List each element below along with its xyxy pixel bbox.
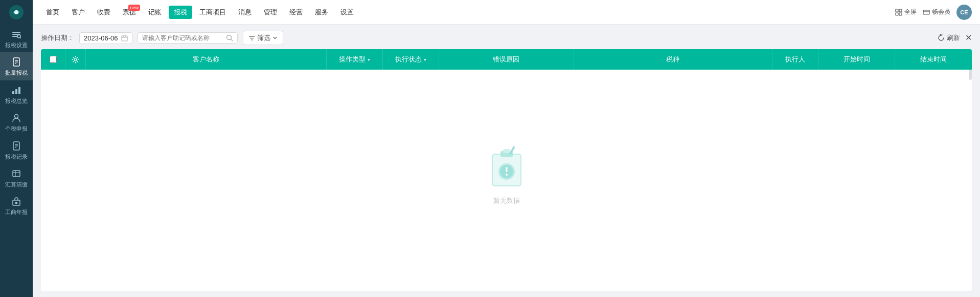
nav-settings[interactable]: 设置 (335, 6, 359, 19)
svg-rect-42 (503, 149, 510, 153)
gongshangnianbaobiao-icon (11, 196, 22, 207)
topnav-right: 全屏 畅会员 CE (895, 5, 972, 20)
member-btn[interactable]: 畅会员 (923, 8, 950, 16)
nav-manage[interactable]: 管理 (259, 6, 282, 19)
refresh-icon (938, 34, 945, 41)
svg-rect-27 (899, 13, 902, 15)
date-label: 操作日期： (41, 33, 74, 43)
refresh-label: 刷新 (947, 33, 960, 43)
svg-rect-24 (896, 9, 898, 12)
avatar-text: CE (960, 9, 968, 15)
piliangbaoshui-icon (11, 56, 22, 68)
svg-point-1 (14, 10, 18, 14)
th-tax: 税种 (574, 49, 772, 70)
settings-icon (72, 56, 79, 63)
avatar[interactable]: CE (956, 5, 972, 20)
sidebar-item-baoshuijilu[interactable]: 报税记录 (0, 136, 33, 164)
sidebar: 报税设置 批量报税 报税总览 个税申报 报税记录 汇算清缴 工商 (0, 0, 33, 297)
baoshuishezhi-icon (11, 29, 22, 40)
th-start: 开始时间 (818, 49, 895, 70)
ticket-badge: new (128, 5, 140, 11)
sidebar-item-gongshangnianbaobiao-label: 工商年报 (5, 208, 28, 216)
svg-point-14 (15, 115, 18, 118)
huisuanqingjiao-icon (11, 168, 22, 179)
nav-customer[interactable]: 客户 (66, 6, 90, 19)
svg-rect-12 (15, 89, 17, 94)
svg-rect-26 (896, 13, 898, 15)
table-header: 客户名称 操作类型 ▾ 执行状态 ▾ 错误原因 税种 执行人 (41, 49, 972, 70)
empty-state: 暂无数据 (486, 145, 527, 205)
th-optype[interactable]: 操作类型 ▾ (327, 49, 383, 70)
date-value: 2023-06-06 (84, 34, 118, 42)
fullscreen-btn[interactable]: 全屏 (895, 8, 917, 16)
th-executor: 执行人 (772, 49, 818, 70)
member-label: 畅会员 (932, 8, 950, 16)
status-sort-icon: ▾ (424, 57, 426, 62)
sidebar-item-huisuanqingjiao-label: 汇算清缴 (5, 181, 28, 188)
nav-tax[interactable]: 报税 (169, 6, 192, 19)
sidebar-item-piliangbaoshui[interactable]: 批量报税 (0, 52, 33, 80)
sidebar-item-geshuishenbao[interactable]: 个税申报 (0, 108, 33, 136)
svg-point-39 (74, 58, 77, 61)
date-input[interactable]: 2023-06-06 (79, 32, 132, 44)
svg-point-46 (506, 174, 508, 176)
nav-service[interactable]: 服务 (310, 6, 333, 19)
search-input[interactable] (142, 34, 224, 41)
svg-rect-11 (12, 91, 14, 94)
sidebar-item-baoshuizonglan[interactable]: 报税总览 (0, 80, 33, 108)
sidebar-item-gongshangnianbaobiao[interactable]: 工商年报 (0, 192, 33, 219)
sidebar-item-baoshuishezhi[interactable]: 报税设置 (0, 25, 33, 52)
close-button[interactable]: ✕ (965, 34, 972, 42)
nav-homepage[interactable]: 首页 (41, 6, 64, 19)
svg-rect-25 (899, 9, 902, 12)
nav-ticket[interactable]: 票据 new (118, 6, 141, 19)
search-box[interactable] (138, 32, 238, 44)
filter-icon (248, 35, 255, 41)
svg-rect-4 (12, 36, 17, 37)
nav-message[interactable]: 消息 (233, 6, 257, 19)
th-settings[interactable] (65, 49, 86, 70)
geshuishenbao-icon (11, 112, 22, 123)
nav-operation[interactable]: 经营 (284, 6, 308, 19)
toolbar-right: 刷新 ✕ (938, 33, 972, 43)
svg-rect-19 (13, 171, 20, 177)
sidebar-item-huisuanqingjiao[interactable]: 汇算清缴 (0, 164, 33, 192)
svg-rect-13 (18, 87, 20, 94)
th-customer: 客户名称 (86, 49, 327, 70)
svg-rect-28 (923, 10, 929, 14)
table-body: 暂无数据 (41, 70, 972, 291)
svg-rect-23 (15, 202, 17, 204)
filter-button[interactable]: 筛选 (243, 31, 283, 45)
sidebar-item-baoshuijilu-label: 报税记录 (5, 153, 28, 161)
svg-line-35 (231, 39, 233, 41)
sidebar-item-piliangbaoshui-label: 批量报税 (5, 69, 28, 77)
sidebar-item-baoshuizonglan-label: 报税总览 (5, 97, 28, 105)
nav-charge[interactable]: 收费 (92, 6, 116, 19)
refresh-button[interactable]: 刷新 (938, 33, 960, 43)
th-checkbox[interactable] (41, 49, 65, 70)
empty-illustration (486, 145, 527, 191)
fullscreen-label: 全屏 (904, 8, 917, 16)
svg-rect-2 (12, 32, 20, 33)
calendar-icon (121, 35, 128, 41)
th-error: 错误原因 (439, 49, 574, 70)
content: 操作日期： 2023-06-06 筛选 刷新 ✕ (33, 25, 980, 297)
baoshuizonglan-icon (11, 84, 22, 96)
sidebar-item-geshuishenbao-label: 个税申报 (5, 125, 28, 133)
filter-label: 筛选 (257, 33, 270, 43)
topnav: 首页 客户 收费 票据 new 记账 报税 工商项目 消息 管理 经营 服务 设… (33, 0, 980, 25)
th-end: 结束时间 (895, 49, 972, 70)
search-icon (226, 34, 233, 41)
th-status[interactable]: 执行状态 ▾ (383, 49, 439, 70)
empty-text: 暂无数据 (493, 196, 520, 205)
svg-line-6 (20, 37, 20, 38)
sidebar-item-baoshuishezhi-label: 报税设置 (5, 41, 28, 49)
baoshuijilu-icon (11, 140, 22, 152)
nav-bookkeeping[interactable]: 记账 (143, 6, 167, 19)
sidebar-logo (0, 0, 33, 25)
svg-rect-30 (122, 36, 127, 41)
main-area: 首页 客户 收费 票据 new 记账 报税 工商项目 消息 管理 经营 服务 设… (33, 0, 980, 297)
select-all-checkbox[interactable] (50, 56, 57, 63)
nav-industrial[interactable]: 工商项目 (194, 6, 231, 19)
toolbar: 操作日期： 2023-06-06 筛选 刷新 ✕ (41, 31, 972, 45)
